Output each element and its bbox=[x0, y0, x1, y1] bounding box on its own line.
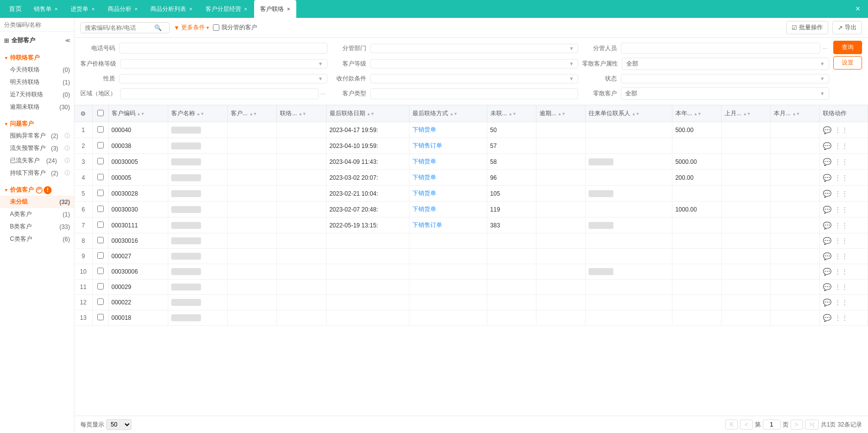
sidebar-item-today[interactable]: 今天待联络 (0) bbox=[0, 64, 74, 76]
window-close-button[interactable]: × bbox=[852, 4, 864, 13]
tab-product-analysis-list[interactable]: 商品分析列表 × bbox=[144, 0, 198, 18]
last-method-link[interactable]: 下销货单 bbox=[412, 158, 436, 165]
filter-price-select[interactable]: ▼ bbox=[120, 59, 328, 69]
row-select-checkbox[interactable] bbox=[97, 314, 104, 320]
row-checkbox[interactable] bbox=[92, 295, 108, 310]
row-checkbox[interactable] bbox=[92, 233, 108, 249]
pending-contact-label[interactable]: ▼ 待联络客户 bbox=[0, 51, 74, 64]
more-action-icon[interactable]: ⋮⋮ bbox=[834, 268, 848, 276]
sort-ty-icon[interactable]: ▲▼ bbox=[694, 112, 702, 116]
sidebar-item-a-class[interactable]: A类客户 (1) bbox=[0, 208, 74, 220]
my-customers-checkbox-label[interactable]: 我分管的客户 bbox=[213, 23, 257, 32]
more-action-icon[interactable]: ⋮⋮ bbox=[834, 298, 848, 306]
tab-sales-order[interactable]: 销售单 × bbox=[28, 0, 64, 18]
all-customers-header[interactable]: ⊞ 全部客户 ≪ bbox=[0, 34, 74, 47]
more-action-icon[interactable]: ⋮⋮ bbox=[834, 174, 848, 182]
sidebar-item-ungrouped[interactable]: 未分组 (32) bbox=[0, 196, 74, 208]
sort-method-icon[interactable]: ▲▼ bbox=[450, 112, 458, 116]
close-tab-product-list[interactable]: × bbox=[189, 6, 192, 12]
sidebar-item-churn-warning[interactable]: 流失预警客户 (3) ⓘ bbox=[0, 142, 74, 154]
contact-icon[interactable]: 💬 bbox=[823, 142, 831, 150]
sort-date-icon[interactable]: ▲▼ bbox=[367, 112, 375, 116]
export-button[interactable]: ↗ 导出 bbox=[832, 21, 862, 34]
sidebar-item-overdue[interactable]: 逾期未联络 (30) bbox=[0, 101, 74, 113]
contact-icon[interactable]: 💬 bbox=[823, 126, 831, 134]
filter-retail-customer-select[interactable]: 全部 ▼ bbox=[621, 87, 829, 100]
more-action-icon[interactable]: ⋮⋮ bbox=[834, 237, 848, 245]
row-checkbox[interactable] bbox=[92, 310, 108, 326]
last-method-link[interactable]: 下销货单 bbox=[412, 206, 436, 213]
row-checkbox[interactable] bbox=[92, 170, 108, 186]
row-select-checkbox[interactable] bbox=[97, 174, 104, 180]
contact-icon[interactable]: 💬 bbox=[823, 283, 831, 291]
more-action-icon[interactable]: ⋮⋮ bbox=[834, 314, 848, 322]
row-select-checkbox[interactable] bbox=[97, 252, 104, 259]
filter-customer-type-input[interactable] bbox=[370, 88, 579, 99]
select-all-checkbox[interactable] bbox=[97, 110, 104, 116]
row-checkbox[interactable] bbox=[92, 138, 108, 154]
close-tab-sales[interactable]: × bbox=[55, 6, 58, 12]
more-filters-button[interactable]: ▼ 更多条件 ▾ bbox=[174, 23, 209, 32]
sort-lm-icon[interactable]: ▲▼ bbox=[743, 112, 751, 116]
last-method-link[interactable]: 下销售订单 bbox=[412, 142, 442, 149]
refresh-icon[interactable] bbox=[36, 187, 43, 194]
contact-icon[interactable]: 💬 bbox=[823, 252, 831, 260]
reset-button[interactable]: 设置 bbox=[833, 56, 862, 70]
contact-icon[interactable]: 💬 bbox=[823, 174, 831, 182]
sort-overdue-icon[interactable]: ▲▼ bbox=[558, 112, 566, 116]
row-checkbox[interactable] bbox=[92, 280, 108, 295]
value-customers-label[interactable]: ▼ 价值客户 ! bbox=[0, 183, 74, 196]
sort-cp-icon[interactable]: ▲▼ bbox=[632, 112, 640, 116]
main-search-input[interactable] bbox=[85, 24, 154, 31]
prev-page-button[interactable]: < bbox=[740, 420, 752, 430]
filter-payment-select[interactable]: ▼ bbox=[370, 74, 579, 83]
close-tab-product-analysis[interactable]: × bbox=[134, 6, 137, 12]
more-action-icon[interactable]: ⋮⋮ bbox=[834, 252, 848, 260]
sidebar-item-c-class[interactable]: C类客户 (6) bbox=[0, 233, 74, 245]
row-checkbox[interactable] bbox=[92, 264, 108, 280]
row-select-checkbox[interactable] bbox=[97, 237, 104, 243]
last-page-button[interactable]: >| bbox=[805, 420, 819, 430]
filter-phone-input[interactable] bbox=[119, 43, 328, 54]
tab-customer-segment[interactable]: 客户分层经营 × bbox=[200, 0, 253, 18]
row-select-checkbox[interactable] bbox=[97, 206, 104, 212]
my-customers-checkbox[interactable] bbox=[213, 24, 219, 31]
tab-product-analysis[interactable]: 商品分析 × bbox=[102, 0, 143, 18]
sort-name-icon[interactable]: ▲▼ bbox=[197, 112, 204, 116]
sidebar-item-declining[interactable]: 持续下滑客户 (2) ⓘ bbox=[0, 167, 74, 179]
checkbox-header[interactable] bbox=[92, 105, 108, 122]
row-checkbox[interactable] bbox=[92, 249, 108, 264]
next-page-button[interactable]: > bbox=[791, 420, 803, 430]
close-tab-purchase[interactable]: × bbox=[91, 6, 94, 12]
bulk-ops-button[interactable]: ☑ 批量操作 bbox=[786, 21, 828, 34]
row-select-checkbox[interactable] bbox=[97, 142, 104, 148]
filter-person-input[interactable] bbox=[621, 43, 820, 54]
tab-customer-contact[interactable]: 客户联络 × bbox=[254, 0, 296, 18]
row-checkbox[interactable] bbox=[92, 122, 108, 138]
contact-icon[interactable]: 💬 bbox=[823, 314, 831, 322]
query-button[interactable]: 查询 bbox=[833, 41, 862, 54]
row-select-checkbox[interactable] bbox=[97, 190, 104, 196]
problem-customers-label[interactable]: ▼ 问题客户 bbox=[0, 117, 74, 130]
contact-icon[interactable]: 💬 bbox=[823, 158, 831, 166]
row-select-checkbox[interactable] bbox=[97, 221, 104, 228]
home-tab[interactable]: 首页 bbox=[4, 4, 27, 13]
last-method-link[interactable]: 下销货单 bbox=[412, 126, 436, 133]
sidebar-search-box[interactable]: 🔍 bbox=[0, 18, 74, 32]
row-checkbox[interactable] bbox=[92, 186, 108, 202]
filter-region-input[interactable] bbox=[120, 88, 319, 99]
sort-tm-icon[interactable]: ▲▼ bbox=[792, 112, 800, 116]
last-method-link[interactable]: 下销货单 bbox=[412, 190, 436, 197]
page-number-input[interactable] bbox=[763, 420, 781, 430]
page-size-select[interactable]: 50 100 200 bbox=[106, 419, 132, 430]
more-action-icon[interactable]: ⋮⋮ bbox=[834, 221, 848, 229]
filter-status-select[interactable]: ▼ bbox=[621, 74, 829, 83]
close-tab-segment[interactable]: × bbox=[244, 6, 247, 12]
filter-person-dots[interactable]: ··· bbox=[822, 45, 827, 52]
contact-icon[interactable]: 💬 bbox=[823, 190, 831, 198]
main-search-box[interactable]: 🔍 bbox=[80, 22, 170, 33]
row-checkbox[interactable] bbox=[92, 202, 108, 217]
more-action-icon[interactable]: ⋮⋮ bbox=[834, 158, 848, 166]
filter-level-select[interactable]: ▼ bbox=[370, 59, 579, 69]
row-select-checkbox[interactable] bbox=[97, 298, 104, 305]
